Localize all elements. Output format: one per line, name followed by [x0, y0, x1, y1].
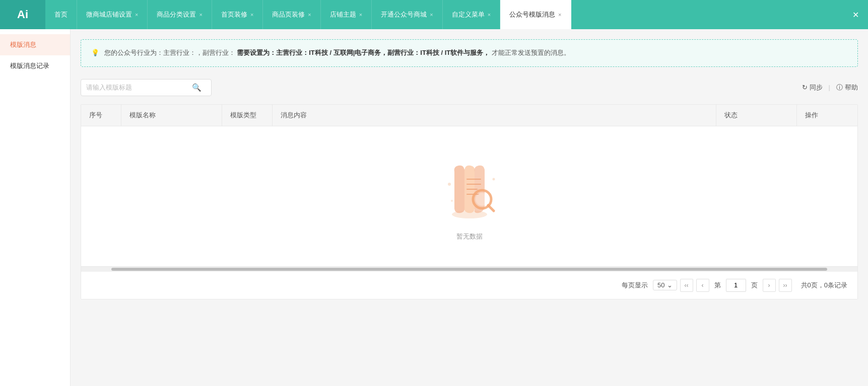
next-page-button[interactable]: › — [763, 279, 776, 292]
nav-tab-8[interactable]: 公众号模版消息× — [500, 0, 571, 29]
page-label-after: 页 — [751, 281, 758, 290]
col-status: 状态 — [716, 105, 797, 126]
svg-line-7 — [488, 205, 494, 211]
col-type: 模版类型 — [222, 105, 273, 126]
col-seq: 序号 — [81, 105, 121, 126]
total-info: 共0页，0条记录 — [801, 281, 847, 290]
page-input[interactable] — [726, 279, 746, 292]
content-area: 💡 您的公众号行业为：主营行业：，副营行业： 需要设置为：主营行业：IT科技 /… — [71, 29, 868, 386]
empty-state: 暂无数据 — [81, 126, 857, 266]
nav-tab-1[interactable]: 微商城店铺设置× — [77, 0, 148, 29]
nav-tab-4[interactable]: 商品页装修× — [263, 0, 320, 29]
svg-point-6 — [476, 193, 489, 206]
top-nav: Ai 首页微商城店铺设置×商品分类设置×首页装修×商品页装修×店铺主题×开通公众… — [0, 0, 868, 29]
nav-tab-label: 开通公众号商城 — [381, 10, 427, 19]
nav-tab-close[interactable]: × — [250, 12, 253, 18]
nav-tab-close[interactable]: × — [488, 12, 491, 18]
page-size-value: 50 — [657, 281, 664, 289]
first-page-button[interactable]: ‹‹ — [680, 279, 693, 292]
close-all-button[interactable]: ✕ — [843, 0, 868, 29]
chevron-down-icon: ⌄ — [667, 281, 673, 289]
scrollbar-thumb[interactable] — [111, 268, 827, 271]
nav-tab-label: 自定义菜单 — [452, 10, 485, 19]
nav-tab-label: 微商城店铺设置 — [86, 10, 132, 19]
prev-page-button[interactable]: ‹ — [696, 279, 709, 292]
svg-point-8 — [448, 183, 451, 186]
last-page-button[interactable]: ›› — [779, 279, 792, 292]
nav-tab-close[interactable]: × — [199, 12, 202, 18]
search-actions: ↻ 同步 | ⓘ 帮助 — [802, 83, 858, 92]
sync-button[interactable]: ↻ 同步 — [802, 83, 823, 92]
pagination: 每页显示 50 ⌄ ‹‹ ‹ 第 页 › ›› 共0页，0条记录 — [81, 271, 857, 299]
nav-tab-close[interactable]: × — [308, 12, 311, 18]
sync-label: 同步 — [810, 83, 823, 92]
search-button[interactable]: 🔍 — [192, 83, 202, 92]
nav-tab-0[interactable]: 首页 — [45, 0, 77, 29]
nav-tab-label: 公众号模版消息 — [509, 10, 555, 19]
page-size-select[interactable]: 50 ⌄ — [653, 280, 677, 290]
page-label-before: 第 — [714, 281, 721, 290]
notice-icon: 💡 — [91, 49, 99, 56]
page-size-label: 每页显示 — [622, 281, 648, 290]
nav-tab-3[interactable]: 首页装修× — [212, 0, 263, 29]
svg-point-9 — [492, 178, 495, 180]
col-action: 操作 — [797, 105, 857, 126]
nav-tab-2[interactable]: 商品分类设置× — [148, 0, 212, 29]
empty-icon — [439, 157, 500, 222]
main-layout: 模版消息模版消息记录 💡 您的公众号行业为：主营行业：，副营行业： 需要设置为：… — [0, 29, 868, 386]
nav-tab-label: 商品分类设置 — [157, 10, 196, 19]
nav-tab-label: 商品页装修 — [272, 10, 305, 19]
notice-text-before: 您的公众号行业为：主营行业：，副营行业： — [104, 49, 235, 56]
empty-text: 暂无数据 — [456, 232, 483, 241]
sidebar: 模版消息模版消息记录 — [0, 29, 71, 386]
nav-tab-close[interactable]: × — [135, 12, 138, 18]
sidebar-item-1[interactable]: 模版消息记录 — [0, 55, 70, 76]
notice-highlight: 需要设置为：主营行业：IT科技 / 互联网|电子商务，副营行业：IT科技 / I… — [237, 49, 490, 56]
nav-tab-label: 首页装修 — [221, 10, 247, 19]
divider: | — [829, 84, 830, 91]
nav-tab-6[interactable]: 开通公众号商城× — [372, 0, 442, 29]
nav-tab-close[interactable]: × — [430, 12, 433, 18]
search-bar: 🔍 ↻ 同步 | ⓘ 帮助 — [81, 79, 858, 96]
help-button[interactable]: ⓘ 帮助 — [836, 83, 858, 92]
nav-tab-label: 店铺主题 — [330, 10, 356, 19]
nav-tab-5[interactable]: 店铺主题× — [321, 0, 372, 29]
notice-text-after: 才能正常发送预置的消息。 — [492, 49, 570, 56]
notice-box: 💡 您的公众号行业为：主营行业：，副营行业： 需要设置为：主营行业：IT科技 /… — [81, 39, 858, 67]
search-input-wrap[interactable]: 🔍 — [81, 79, 212, 96]
table-header: 序号 模版名称 模版类型 消息内容 状态 操作 — [81, 105, 857, 126]
col-name: 模版名称 — [121, 105, 222, 126]
sidebar-item-0[interactable]: 模版消息 — [0, 34, 70, 55]
search-input[interactable] — [86, 84, 192, 91]
nav-tab-7[interactable]: 自定义菜单× — [443, 0, 500, 29]
sync-icon: ↻ — [802, 84, 808, 91]
col-content: 消息内容 — [273, 105, 716, 126]
horizontal-scrollbar[interactable] — [81, 266, 857, 271]
svg-point-10 — [451, 200, 453, 202]
nav-tab-close[interactable]: × — [359, 12, 362, 18]
help-label: 帮助 — [845, 83, 858, 92]
nav-tab-label: 首页 — [54, 10, 68, 19]
data-table: 序号 模版名称 模版类型 消息内容 状态 操作 — [81, 104, 858, 299]
logo: Ai — [0, 0, 45, 29]
nav-tab-close[interactable]: × — [558, 12, 561, 18]
help-icon: ⓘ — [836, 83, 843, 92]
nav-tabs: 首页微商城店铺设置×商品分类设置×首页装修×商品页装修×店铺主题×开通公众号商城… — [45, 0, 843, 29]
